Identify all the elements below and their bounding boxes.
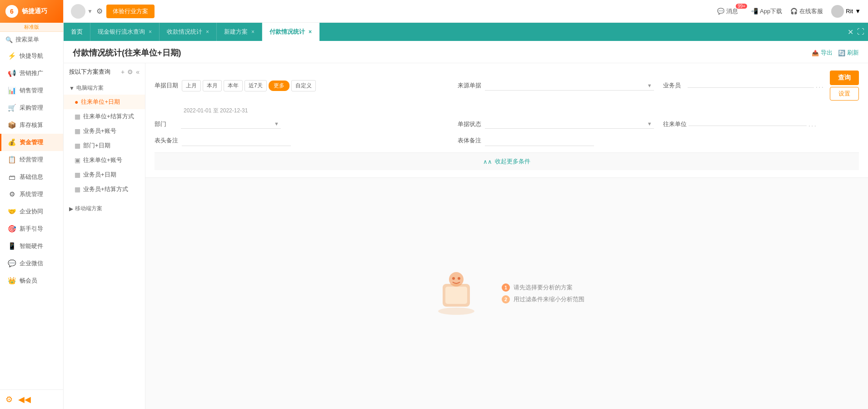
quick-nav-icon: ⚡	[8, 52, 16, 60]
hint-item-2: 2 用过滤条件来缩小分析范围	[502, 295, 584, 303]
scheme-item-dept-date[interactable]: ▦ 部门+日期	[64, 138, 145, 153]
collapse-more-button[interactable]: ∧∧ 收起更多条件	[155, 152, 859, 170]
scheme-collapse-icon[interactable]: «	[136, 68, 140, 76]
scheme-item-staff-settle[interactable]: ▦ 业务员+结算方式	[64, 182, 145, 197]
settings-gear-icon[interactable]: ⚙	[5, 394, 13, 404]
sidebar-item-enterprise[interactable]: 🤝 企业协同	[0, 203, 63, 220]
tab-new-scheme-close[interactable]: ×	[251, 29, 254, 35]
dept-select[interactable]: ▼	[181, 119, 281, 129]
filter-settings-button[interactable]: 设置	[830, 87, 859, 101]
body-note-input[interactable]	[485, 135, 594, 146]
empty-state: 1 请先选择要分析的方案 2 用过滤条件来缩小分析范围	[145, 178, 868, 409]
app-download-label: App下载	[760, 7, 782, 15]
hint-text-2: 用过滤条件来缩小分析范围	[514, 295, 584, 303]
scheme-item-unit-account[interactable]: ▣ 往来单位+账号	[64, 153, 145, 167]
sidebar: 6 畅捷通巧 标准版 🔍 搜索菜单 ⚡ 快捷导航 📢 营销推广 📊 销售管理 🛒…	[0, 0, 64, 409]
scheme-mobile-label: 移动端方案	[75, 205, 102, 212]
page-header: 付款情况统计(往来单位+日期) 📤 导出 🔄 刷新	[64, 41, 868, 63]
tab-bank-flow[interactable]: 现金银行流水查询 ×	[90, 23, 160, 41]
sidebar-item-basic[interactable]: 🗃 基础信息	[0, 168, 63, 186]
filter-group-dept: 部门 ▼	[155, 119, 449, 129]
svg-point-3	[449, 272, 464, 287]
service-icon: 🎧	[790, 8, 798, 15]
staff-dots[interactable]: ...	[816, 81, 824, 90]
scheme-item-unit-date[interactable]: ● 往来单位+日期	[64, 95, 145, 109]
scheme-item-unit-settle[interactable]: ▦ 往来单位+结算方式	[64, 109, 145, 124]
scheme-item-label: 业务员+账号	[83, 127, 116, 135]
sidebar-item-inventory[interactable]: 📦 库存核算	[0, 116, 63, 134]
filter-area: 单据日期 上月 本月 本年 近7天 更多 自定义 来源单据	[145, 63, 868, 178]
messages-item[interactable]: 💬 消息 99+	[717, 7, 743, 15]
date-more[interactable]: 更多	[269, 81, 289, 91]
tab-home[interactable]: 首页	[64, 23, 90, 41]
doc-status-select[interactable]: ▼	[485, 119, 653, 129]
main-area: ▼ ⚙ 体验行业方案 💬 消息 99+ 📲 App下载 🎧 在线客服 Rit	[64, 0, 868, 409]
header-note-input[interactable]	[182, 135, 291, 146]
sidebar-item-sales[interactable]: 📊 销售管理	[0, 82, 63, 99]
sidebar-item-operation[interactable]: 📋 经营管理	[0, 151, 63, 168]
source-doc-select[interactable]: ▼	[485, 81, 653, 91]
trial-button[interactable]: 体验行业方案	[106, 5, 155, 18]
tab-new-scheme[interactable]: 新建方案 ×	[217, 23, 262, 41]
member-icon: 👑	[8, 277, 16, 285]
tab-payment-stats-label: 付款情况统计	[269, 28, 305, 36]
scheme-add-icon[interactable]: +	[121, 68, 125, 76]
sidebar-item-member[interactable]: 👑 畅会员	[0, 272, 63, 289]
sidebar-item-guide[interactable]: 🎯 新手引导	[0, 220, 63, 237]
sidebar-item-quick-nav[interactable]: ⚡ 快捷导航	[0, 47, 63, 65]
search-label: 搜索菜单	[15, 35, 39, 44]
messages-label: 消息	[726, 7, 738, 15]
related-unit-dots[interactable]: ...	[808, 120, 817, 128]
date-last-month[interactable]: 上月	[182, 80, 201, 91]
sidebar-item-label: 资金管理	[20, 138, 43, 146]
scheme-item-staff-account[interactable]: ▦ 业务员+账号	[64, 124, 145, 138]
tab-bank-flow-close[interactable]: ×	[149, 29, 152, 35]
top-user-info[interactable]: Rit ▼	[831, 5, 861, 18]
doc-status-chevron-icon: ▼	[647, 121, 652, 126]
tab-close-all-icon[interactable]: ✕	[848, 28, 853, 36]
filter-group-doc-status: 单据状态 ▼	[458, 119, 653, 129]
header-gear-icon[interactable]: ⚙	[96, 7, 103, 15]
sidebar-item-system[interactable]: ⚙ 系统管理	[0, 186, 63, 203]
online-service-item[interactable]: 🎧 在线客服	[790, 7, 823, 15]
sidebar-item-marketing[interactable]: 📢 营销推广	[0, 65, 63, 82]
tab-payment-stats-close[interactable]: ×	[309, 29, 312, 35]
scheme-item-label: 业务员+日期	[83, 171, 116, 179]
page-title: 付款情况统计(往来单位+日期)	[73, 47, 812, 58]
sidebar-search[interactable]: 🔍 搜索菜单	[0, 32, 63, 47]
sidebar-item-label: 基础信息	[20, 173, 43, 181]
tab-collection-stats[interactable]: 收款情况统计 ×	[160, 23, 217, 41]
app-download-item[interactable]: 📲 App下载	[751, 7, 782, 15]
dept-chevron-icon: ▼	[274, 121, 279, 126]
staff-select[interactable]	[688, 84, 814, 88]
tab-collection-close[interactable]: ×	[206, 29, 209, 35]
scheme-settings-icon[interactable]: ⚙	[127, 68, 133, 76]
scheme-item-staff-date[interactable]: ▦ 业务员+日期	[64, 167, 145, 182]
date-this-month[interactable]: 本月	[203, 80, 222, 91]
export-button[interactable]: 📤 导出	[812, 49, 833, 57]
date-this-year[interactable]: 本年	[224, 80, 243, 91]
scheme-table-icon4: ▦	[75, 171, 80, 178]
date-custom[interactable]: 自定义	[291, 80, 316, 91]
basic-icon: 🗃	[8, 173, 16, 181]
top-header-left: ▼ ⚙ 体验行业方案	[71, 4, 712, 19]
sidebar-collapse-icon[interactable]: ◀◀	[18, 394, 31, 404]
sidebar-item-finance[interactable]: 💰 资金管理	[0, 134, 63, 151]
sidebar-item-wechat[interactable]: 💬 企业微信	[0, 255, 63, 272]
date-7days[interactable]: 近7天	[244, 80, 267, 91]
refresh-button[interactable]: 🔄 刷新	[838, 49, 859, 57]
tab-fullscreen-icon[interactable]: ⛶	[857, 28, 864, 36]
filter-group-date: 单据日期 上月 本月 本年 近7天 更多 自定义	[155, 80, 449, 91]
query-button[interactable]: 查询	[830, 71, 859, 85]
hint-num-1: 1	[502, 283, 510, 292]
scheme-pc-title[interactable]: ▼ 电脑端方案	[64, 81, 145, 95]
filter-row-1: 单据日期 上月 本月 本年 近7天 更多 自定义 来源单据	[155, 71, 859, 101]
related-unit-select[interactable]	[688, 122, 807, 126]
scheme-mobile-title[interactable]: ▶ 移动端方案	[64, 202, 145, 215]
empty-icon	[429, 266, 484, 320]
sidebar-item-purchase[interactable]: 🛒 采购管理	[0, 99, 63, 116]
tab-payment-stats[interactable]: 付款情况统计 ×	[262, 23, 319, 41]
hardware-icon: 📱	[8, 242, 16, 250]
sidebar-item-hardware[interactable]: 📱 智能硬件	[0, 237, 63, 255]
enterprise-icon: 🤝	[8, 207, 16, 216]
